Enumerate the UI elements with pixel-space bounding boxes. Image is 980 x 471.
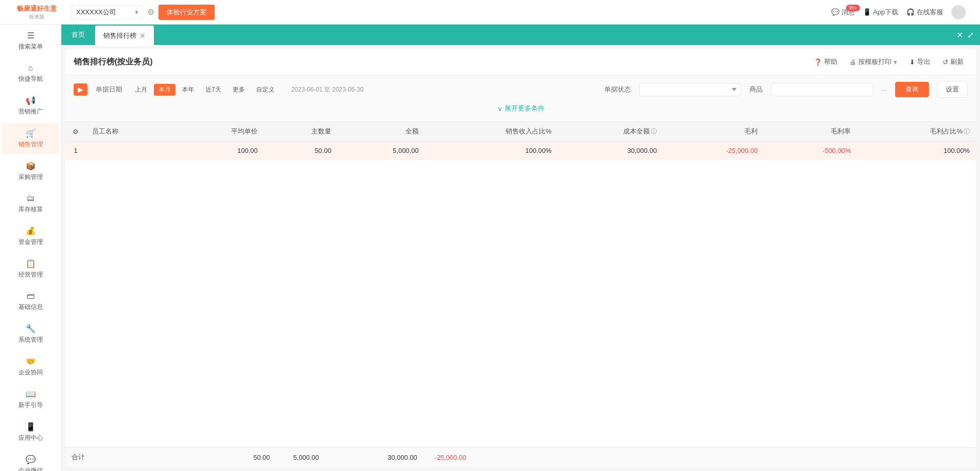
message-button[interactable]: 💬 消息 99+ [831, 8, 855, 17]
app-download-button[interactable]: 📱 App下载 [863, 8, 898, 17]
help-label: 帮助 [824, 57, 837, 66]
avatar[interactable] [951, 5, 966, 19]
message-icon: 💬 [831, 8, 839, 16]
print-label: 按模板打印 [858, 57, 892, 66]
sidebar-item-app-center[interactable]: 📱 应用中心 [2, 417, 59, 447]
logo-subtitle: 标准版 [29, 13, 44, 20]
goods-label: 商品 [749, 85, 763, 94]
footer-label: 合计 [72, 453, 102, 462]
col-gross-ratio: 毛利占比%ⓘ [857, 122, 976, 142]
sidebar-item-guide[interactable]: 📖 新手引导 [2, 384, 59, 415]
tab-minimize-icon[interactable]: ✕ [956, 30, 963, 40]
date-btn-more[interactable]: 更多 [228, 84, 249, 96]
company-selector[interactable]: XXXXXX公司 ▾ [72, 5, 143, 19]
headset-icon: 🎧 [906, 8, 915, 16]
date-label: 单据日期 [96, 85, 122, 94]
query-button[interactable]: 查询 [895, 82, 929, 97]
sidebar-label-operations: 经营管理 [18, 271, 43, 279]
sidebar-label-purchase: 采购管理 [18, 173, 43, 182]
tab-close-icon[interactable]: ✕ [140, 32, 146, 40]
settings-text-button[interactable]: 设置 [937, 81, 968, 98]
top-header: 畅康通好生意 标准版 XXXXXX公司 ▾ ⚙ 体验行业方案 💬 消息 99+ … [0, 0, 980, 25]
help-button[interactable]: ❓ 帮助 [810, 55, 841, 69]
sidebar-item-marketing[interactable]: 📢 营销推广 [2, 91, 59, 121]
sidebar-label-inventory: 库存核算 [18, 205, 43, 214]
sidebar-item-search-orders[interactable]: ☰ 搜索菜单 [2, 26, 59, 56]
page-content: 销售排行榜(按业务员) ❓ 帮助 🖨 按模板打印 ▾ ⬇ 导出 [65, 49, 976, 467]
date-range-display: 2023-06-01 至 2023-06-30 [291, 85, 363, 94]
tab-sales-ranking[interactable]: 销售排行榜 ✕ [95, 26, 154, 46]
sidebar-item-system[interactable]: 🔧 系统管理 [2, 319, 59, 349]
footer-total: 5,000.00 [278, 454, 319, 461]
table-footer: 合计 50.00 5,000.00 30,000.00 -25,000.00 [65, 447, 976, 467]
home-icon: ⌂ [28, 63, 33, 73]
gross-ratio-info-icon[interactable]: ⓘ [964, 128, 970, 135]
cell-main-qty: 50.00 [264, 142, 337, 160]
tab-bar: 首页 销售排行榜 ✕ ✕ ⤢ [61, 25, 980, 45]
date-btn-last-month[interactable]: 上月 [130, 84, 152, 96]
sidebar-label-system: 系统管理 [18, 335, 43, 344]
print-template-button[interactable]: 🖨 按模板打印 ▾ [846, 55, 901, 69]
cost-total-info-icon[interactable]: ⓘ [651, 128, 657, 135]
date-btn-custom[interactable]: 自定义 [252, 84, 279, 96]
tab-home[interactable]: 首页 [61, 25, 95, 45]
footer-cost-total: 30,000.00 [376, 454, 417, 461]
settings-icon[interactable]: ⚙ [147, 7, 154, 17]
col-sales-ratio: 销售收入占比% [425, 122, 558, 142]
more-options-icon[interactable]: ··· [881, 86, 887, 94]
date-buttons: 上月 本月 本年 近7天 更多 自定义 [130, 84, 279, 96]
sidebar-item-inventory[interactable]: 🗂 库存核算 [2, 189, 59, 219]
tab-label-sales-ranking: 销售排行榜 [103, 31, 136, 40]
page-title: 销售排行榜(按业务员) [74, 57, 153, 68]
sidebar-item-sales[interactable]: 🛒 销售管理 [2, 123, 59, 154]
sidebar-item-quick-nav[interactable]: ⌂ 快捷导航 [2, 58, 59, 88]
sidebar-item-wechat[interactable]: 💬 企业微信 [2, 450, 59, 471]
chevron-down-expand-icon: ∨ [497, 105, 503, 113]
sidebar-item-enterprise[interactable]: 🤝 企业协同 [2, 351, 59, 382]
col-gross-rate: 毛利率 [764, 122, 857, 142]
enterprise-icon: 🤝 [26, 356, 36, 366]
sidebar-item-finance[interactable]: 💰 资金管理 [2, 221, 59, 252]
guide-icon: 📖 [26, 389, 36, 399]
col-main-qty: 主数量 [264, 122, 337, 142]
table-header-row: ⚙ 员工名称 平均单价 主数量 全额 销售收入占比% 成本全额ⓘ 毛利 毛利率 [65, 122, 976, 142]
phone-icon: 📱 [863, 8, 871, 16]
print-chevron-icon: ▾ [894, 58, 897, 66]
date-btn-this-month[interactable]: 本月 [154, 84, 175, 96]
online-service-button[interactable]: 🎧 在线客服 [906, 8, 943, 17]
sidebar-item-purchase[interactable]: 📦 采购管理 [2, 156, 59, 187]
col-cost-total: 成本全额ⓘ [558, 122, 663, 142]
online-service-label: 在线客服 [917, 8, 943, 17]
trial-button[interactable]: 体验行业方案 [158, 5, 215, 20]
main-layout: ☰ 搜索菜单 ⌂ 快捷导航 📢 营销推广 🛒 销售管理 📦 采购管理 🗂 库存核… [0, 25, 980, 471]
export-button[interactable]: ⬇ 导出 [905, 55, 935, 69]
goods-input[interactable] [771, 83, 873, 96]
sidebar-label-sales: 销售管理 [18, 140, 43, 149]
tab-maximize-icon[interactable]: ⤢ [967, 30, 974, 40]
finance-icon: 💰 [26, 226, 36, 236]
sidebar-label-search-orders: 搜索菜单 [18, 42, 43, 51]
cell-sales-ratio: 100.00% [425, 142, 558, 160]
cell-gross-ratio: 100.00% [857, 142, 976, 160]
sidebar-item-basic-info[interactable]: 🗃 基础信息 [2, 286, 59, 317]
col-avg-price: 平均单价 [175, 122, 264, 142]
table-area: ⚙ 员工名称 平均单价 主数量 全额 销售收入占比% 成本全额ⓘ 毛利 毛利率 [65, 122, 976, 447]
sidebar-label-app-center: 应用中心 [18, 434, 43, 442]
cell-employee [86, 142, 175, 160]
export-icon: ⬇ [909, 58, 915, 66]
refresh-button[interactable]: ↺ 刷新 [939, 55, 968, 69]
expand-more-button[interactable]: ∨ 展开更多条件 [74, 102, 968, 115]
help-icon: ❓ [814, 58, 822, 66]
sidebar-label-basic-info: 基础信息 [18, 303, 43, 311]
filter-arrow-button[interactable]: ▶ [74, 83, 87, 96]
cell-gross-rate: -500.00% [764, 142, 857, 160]
sidebar-item-operations[interactable]: 📋 经营管理 [2, 254, 59, 284]
table-settings-icon[interactable]: ⚙ [73, 128, 79, 136]
status-select[interactable] [639, 83, 741, 96]
page-header: 销售排行榜(按业务员) ❓ 帮助 🖨 按模板打印 ▾ ⬇ 导出 [65, 49, 976, 75]
sales-icon: 🛒 [26, 128, 36, 138]
date-btn-this-year[interactable]: 本年 [177, 84, 199, 96]
ranking-table: ⚙ 员工名称 平均单价 主数量 全额 销售收入占比% 成本全额ⓘ 毛利 毛利率 [65, 122, 976, 160]
date-btn-7days[interactable]: 近7天 [201, 84, 226, 96]
col-settings[interactable]: ⚙ [65, 122, 86, 142]
